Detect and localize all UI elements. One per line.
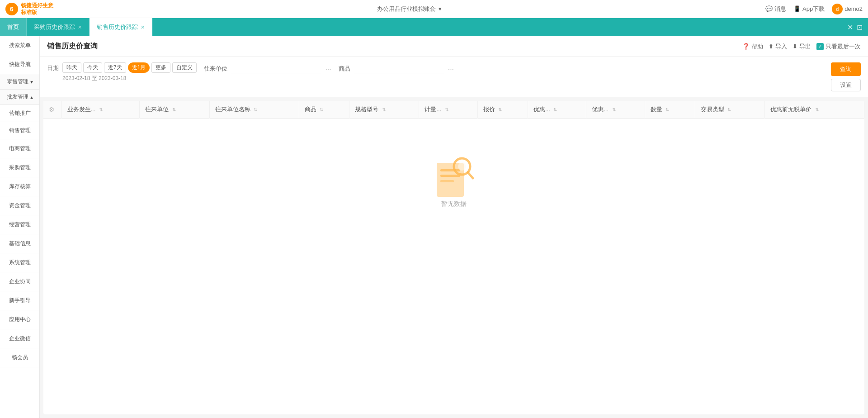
- date-btn-today[interactable]: 今天: [83, 62, 102, 73]
- sidebar-item-app-center[interactable]: 应用中心: [0, 310, 39, 329]
- close-sales-history-tab[interactable]: ✕: [141, 24, 145, 30]
- column-discount1[interactable]: 优惠... ⇅: [528, 101, 586, 119]
- column-biz-date[interactable]: 业务发生... ⇅: [61, 101, 140, 119]
- user-profile[interactable]: d demo2: [832, 4, 863, 14]
- main-content: 销售历史价查询 ❓ 帮助 ⬆ 导入 ⬇ 导出 ✓ 只看最后一次: [40, 36, 868, 418]
- close-window-btn[interactable]: ✕: [847, 23, 853, 32]
- column-trade-type[interactable]: 交易类型 ⇅: [695, 101, 765, 119]
- import-btn[interactable]: ⬆ 导入: [769, 43, 787, 51]
- date-range-text: 2023-02-18 至 2023-03-18: [62, 75, 197, 82]
- sort-icon: ⇅: [445, 107, 448, 112]
- date-btn-yesterday[interactable]: 昨天: [62, 62, 81, 73]
- column-spec[interactable]: 规格型号 ⇅: [349, 101, 419, 119]
- column-quantity[interactable]: 数量 ⇅: [645, 101, 695, 119]
- partner-picker-btn[interactable]: ...: [325, 64, 331, 72]
- tab-sales-history[interactable]: 销售历史价跟踪 ✕: [90, 18, 152, 36]
- partner-filter-group: 往来单位 ...: [204, 62, 331, 73]
- date-btn-more[interactable]: 更多: [151, 62, 170, 73]
- sidebar-item-sales-mgmt[interactable]: 销售管理: [0, 122, 39, 139]
- sidebar-item-enterprise-wechat[interactable]: 企业微信: [0, 329, 39, 348]
- sidebar-item-inventory[interactable]: 库存核算: [0, 177, 39, 196]
- sidebar-item-quick-nav[interactable]: 快捷导航: [0, 55, 39, 74]
- column-pretax-price[interactable]: 优惠前无税单价 ⇅: [765, 101, 864, 119]
- chevron-down-icon: ▾: [30, 79, 33, 85]
- sidebar-item-operations[interactable]: 经营管理: [0, 215, 39, 234]
- main-layout: 搜索菜单 快捷导航 零售管理 ▾ 批发管理 ▴ 营销推广 销售管理 电商管理 采…: [0, 36, 868, 418]
- svg-rect-3: [440, 180, 454, 182]
- sidebar-item-finance[interactable]: 资金管理: [0, 196, 39, 215]
- filter-actions: 查询 设置: [831, 62, 861, 91]
- top-bar-left: 6 畅捷通好生意 标准版: [5, 2, 53, 15]
- export-icon: ⬇: [793, 43, 797, 50]
- column-settings[interactable]: ⚙: [43, 101, 61, 119]
- sidebar-item-ecommerce[interactable]: 电商管理: [0, 139, 39, 158]
- logo-text: 畅捷通好生意 标准版: [21, 2, 53, 15]
- sidebar-item-enterprise-collab[interactable]: 企业协同: [0, 272, 39, 291]
- sort-icon: ⇅: [172, 107, 176, 112]
- message-btn[interactable]: 💬 消息: [765, 5, 786, 13]
- empty-state: 暂无数据: [43, 119, 864, 244]
- logo-icon: 6: [5, 3, 18, 15]
- sort-icon: ⇅: [553, 107, 557, 112]
- column-unit[interactable]: 计量... ⇅: [419, 101, 477, 119]
- checkbox-icon: ✓: [816, 43, 824, 50]
- phone-icon: 📱: [793, 5, 801, 12]
- sidebar-item-members[interactable]: 畅会员: [0, 348, 39, 367]
- table-container: ⚙ 业务发生... ⇅ 往来单位 ⇅ 往来单位名称 ⇅: [43, 101, 864, 414]
- query-button[interactable]: 查询: [831, 62, 861, 76]
- sidebar-item-system[interactable]: 系统管理: [0, 253, 39, 272]
- help-btn[interactable]: ❓ 帮助: [742, 43, 763, 51]
- column-product[interactable]: 商品 ⇅: [299, 101, 349, 119]
- column-partner-code[interactable]: 往来单位 ⇅: [140, 101, 210, 119]
- top-bar: 6 畅捷通好生意 标准版 办公用品行业模拟账套 ▾ 💬 消息 📱 App下载 d…: [0, 0, 868, 18]
- app-selector[interactable]: 办公用品行业模拟账套 ▾: [377, 5, 442, 13]
- table-header-row: ⚙ 业务发生... ⇅ 往来单位 ⇅ 往来单位名称 ⇅: [43, 101, 864, 119]
- settings-button[interactable]: 设置: [831, 79, 861, 91]
- svg-point-6: [458, 162, 466, 171]
- date-btn-custom[interactable]: 自定义: [172, 62, 197, 73]
- sidebar-item-search-menu[interactable]: 搜索菜单: [0, 36, 39, 55]
- product-input[interactable]: [354, 62, 444, 73]
- sort-icon: ⇅: [665, 107, 669, 112]
- export-btn[interactable]: ⬇ 导出: [793, 43, 811, 51]
- date-btn-1month[interactable]: 近1月: [128, 62, 150, 73]
- message-icon: 💬: [765, 5, 773, 12]
- page-header-actions: ❓ 帮助 ⬆ 导入 ⬇ 导出 ✓ 只看最后一次: [742, 43, 861, 51]
- dropdown-arrow-icon: ▾: [439, 5, 442, 12]
- svg-rect-2: [440, 175, 460, 177]
- product-label: 商品: [339, 63, 350, 73]
- date-btn-7days[interactable]: 近7天: [104, 62, 126, 73]
- maximize-window-btn[interactable]: ⊡: [857, 23, 863, 32]
- column-discount2[interactable]: 优惠... ⇅: [586, 101, 645, 119]
- only-last-checkbox[interactable]: ✓ 只看最后一次: [816, 43, 861, 51]
- sort-icon: ⇅: [254, 107, 257, 112]
- sort-icon: ⇅: [99, 107, 103, 112]
- gear-icon[interactable]: ⚙: [49, 106, 55, 113]
- column-quote[interactable]: 报价 ⇅: [477, 101, 528, 119]
- sidebar-item-marketing[interactable]: 营销推广: [0, 105, 39, 122]
- empty-illustration: [431, 155, 476, 200]
- tab-bar: 首页 采购历史价跟踪 ✕ 销售历史价跟踪 ✕ ✕ ⊡: [0, 18, 868, 36]
- table-body: 暂无数据: [43, 119, 864, 245]
- avatar: d: [832, 4, 843, 14]
- sidebar-item-basic-info[interactable]: 基础信息: [0, 234, 39, 253]
- sort-icon: ⇅: [815, 107, 819, 112]
- column-partner-name[interactable]: 往来单位名称 ⇅: [209, 101, 299, 119]
- partner-label: 往来单位: [204, 63, 227, 73]
- tab-home[interactable]: 首页: [0, 18, 27, 36]
- sidebar-item-purchase-mgmt[interactable]: 采购管理: [0, 158, 39, 177]
- app-download-btn[interactable]: 📱 App下载: [793, 5, 825, 13]
- product-picker-btn[interactable]: ...: [448, 64, 454, 72]
- tab-purchase-history[interactable]: 采购历史价跟踪 ✕: [27, 18, 90, 36]
- partner-input[interactable]: [231, 62, 321, 73]
- top-bar-right: 💬 消息 📱 App下载 d demo2: [765, 4, 863, 14]
- help-icon: ❓: [742, 43, 750, 50]
- sidebar-item-new-guide[interactable]: 新手引导: [0, 291, 39, 310]
- sort-icon: ⇅: [498, 107, 502, 112]
- svg-rect-1: [440, 169, 460, 171]
- data-table: ⚙ 业务发生... ⇅ 往来单位 ⇅ 往来单位名称 ⇅: [43, 101, 864, 244]
- close-purchase-history-tab[interactable]: ✕: [78, 24, 82, 30]
- sort-icon: ⇅: [382, 107, 386, 112]
- sidebar-item-retail-mgmt[interactable]: 零售管理 ▾: [0, 74, 39, 90]
- sidebar-item-wholesale-mgmt[interactable]: 批发管理 ▴: [0, 90, 39, 105]
